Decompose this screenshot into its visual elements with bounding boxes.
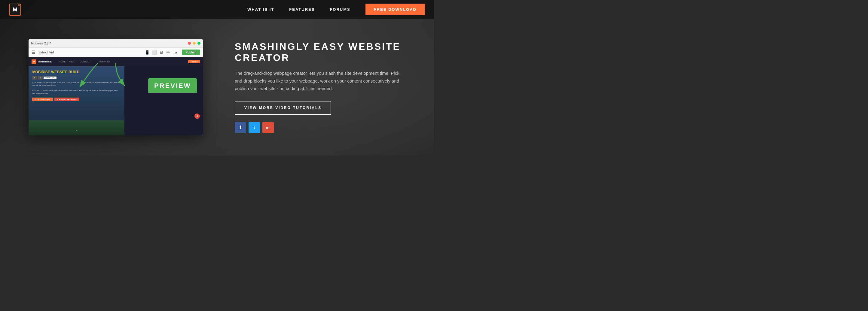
inner-navbar: M MOBIRISE HOME ABOUT CONTACT Mobile Vie… [29,57,203,66]
facebook-icon: f [240,125,241,130]
twitter-icon: t [254,125,255,130]
inner-brand: MOBIRISE [37,60,52,63]
app-title: Mobirise 2.8.7 [31,42,51,45]
right-section: SMASHINGLY EASY WEBSITE CREATOR The drag… [226,19,434,156]
inner-hero: MOBIRISE WEBSITE BUILD B I Roboto · 21 ·… [29,66,124,135]
font-select: Roboto · 21 · [43,76,56,79]
free-download-button[interactable]: FREE DOWNLOAD [366,4,425,15]
scroll-down-icon: ⌄ [75,128,78,132]
publish-button[interactable]: Publish [182,49,200,55]
navbar-nav: WHAT IS IT FEATURES FORUMS FREE DOWNLOAD [247,4,425,15]
hero-title-line2: CREATOR [235,52,290,63]
inner-nav-home: HOME [59,61,66,63]
inner-mobile-view-label: Mobile View [98,61,110,63]
app-titlebar: Mobirise 2.8.7 [29,39,203,48]
left-section: Mobirise 2.8.7 ☰ index.html 📱 ⬜ 🖥 [0,19,226,156]
eye-icon[interactable]: 👁 [166,50,170,55]
titlebar-controls [188,42,200,45]
italic-icon: I [38,76,43,79]
inner-logo: M MOBIRISE [32,60,52,64]
menu-icon[interactable]: ☰ [32,50,35,55]
inner-hero-toolbar: B I Roboto · 21 · [32,76,121,79]
device-icons: 📱 ⬜ 🖥 [145,50,163,55]
filename-label: index.html [38,50,142,54]
inner-nav-contact: CONTACT [80,61,91,63]
mobile-icon[interactable]: 📱 [145,50,150,55]
cloud-icon: ☁ [174,50,178,54]
inner-content-area: MOBIRISE WEBSITE BUILD B I Roboto · 21 ·… [29,66,203,135]
hero-title-line1: SMASHINGLY EASY WEBSITE [235,41,401,52]
maximize-btn[interactable] [197,42,200,45]
bold-icon: B [32,76,37,79]
twitter-button[interactable]: t [249,122,260,133]
minimize-btn[interactable] [193,42,196,45]
nav-what-is-it[interactable]: WHAT IS IT [247,7,274,12]
googleplus-icon: g+ [266,126,270,129]
hero-title: SMASHINGLY EASY WEBSITE CREATOR [235,41,422,63]
inner-logo-box: M [32,60,36,64]
app-toolbar: ☰ index.html 📱 ⬜ 🖥 👁 ☁ Publish [29,48,203,57]
navbar: M ✳ WHAT IS IT FEATURES FORUMS FREE DOWN… [0,0,434,19]
desktop-icon[interactable]: 🖥 [159,50,163,55]
logo-letter: M [13,7,18,12]
close-btn[interactable] [188,42,191,45]
add-block-button[interactable]: + [194,113,200,119]
inner-hero-title: MOBIRISE WEBSITE BUILD [32,70,121,74]
gear-icon: ✳ [17,3,22,7]
main-content: Mobirise 2.8.7 ☰ index.html 📱 ⬜ 🖥 [0,19,434,156]
inner-hero-text-1: Click any text to edit or style it. Clic… [32,81,121,87]
app-window-wrapper: Mobirise 2.8.7 ☰ index.html 📱 ⬜ 🖥 [29,39,203,135]
logo-icon: M ✳ [9,4,21,15]
social-buttons: f t g+ [235,122,422,133]
inner-nav-about: ABOUT [69,61,77,63]
preview-overlay-button[interactable]: PREVIEW [148,78,197,93]
logo: M ✳ [9,4,21,15]
nav-features[interactable]: FEATURES [289,7,315,12]
tablet-icon[interactable]: ⬜ [152,50,157,55]
nav-forums[interactable]: FORUMS [330,7,350,12]
inner-nav-links: HOME ABOUT CONTACT [59,61,91,63]
inner-hero-text-2: Click red "+" in the bottom right corner… [32,90,121,95]
googleplus-button[interactable]: g+ [262,122,274,133]
inner-publish-button[interactable]: Publish [188,60,200,63]
view-tutorials-button[interactable]: VIEW MORE VIDEO TUTORIALS [235,101,331,115]
hero-description: The drag-and-drop webpage creator lets y… [235,69,403,93]
inner-windows-button[interactable]: FOR WINDOWS & MAC [54,98,79,101]
inner-action-buttons: DOWNLOAD NOW FOR WINDOWS & MAC [32,98,121,101]
facebook-button[interactable]: f [235,122,246,133]
inner-download-button[interactable]: DOWNLOAD NOW [32,98,53,101]
inner-preview: M MOBIRISE HOME ABOUT CONTACT Mobile Vie… [29,57,203,135]
